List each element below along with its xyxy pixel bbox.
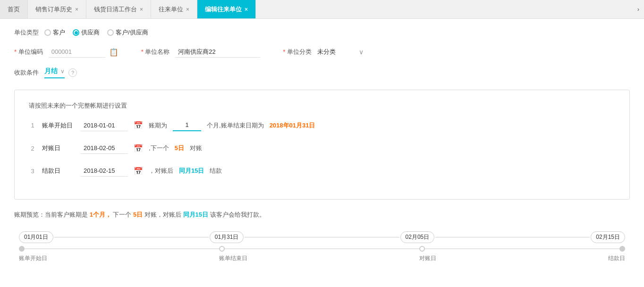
timeline-date-4: 02月15日 xyxy=(591,231,625,243)
main-content: 单位类型 客户 供应商 客户/供应商 单位编码 📋 单位名称 xyxy=(0,19,644,287)
unit-category-chevron[interactable]: ∨ xyxy=(359,48,364,56)
radio-customer[interactable]: 客户 xyxy=(44,28,65,37)
start-date-calendar-icon[interactable]: 📅 xyxy=(134,121,143,130)
period-input[interactable] xyxy=(173,119,201,131)
row-label-3: 结款日 xyxy=(42,167,75,175)
unit-name-label: 单位名称 xyxy=(141,48,170,56)
tab-sales-history[interactable]: 销售订单历史 × xyxy=(28,0,86,18)
timeline-item-1: 01月01日 xyxy=(19,231,53,243)
tab-edit-partner-close[interactable]: × xyxy=(245,6,248,13)
chevron-right-icon: › xyxy=(637,6,639,13)
period-suffix-label: 账期为 xyxy=(149,121,167,130)
tab-cash-work-label: 钱货日清工作台 xyxy=(94,5,137,14)
timeline-label-1: 账单开始日 xyxy=(19,254,47,262)
timeline-dot-1 xyxy=(19,246,25,252)
unit-type-label: 单位类型 xyxy=(14,28,39,37)
radio-supplier-circle xyxy=(73,29,79,36)
reconcile-highlight1: 5日 xyxy=(175,144,184,152)
payment-date-input[interactable] xyxy=(81,165,128,177)
reconcile-suffix: 对账 xyxy=(190,144,202,152)
reconcile-prefix: ,下一个 xyxy=(149,144,169,152)
unit-category-label: 单位分类 xyxy=(283,48,312,56)
radio-both[interactable]: 客户/供应商 xyxy=(107,28,148,37)
unit-code-input[interactable] xyxy=(49,46,105,58)
tab-sales-history-label: 销售订单历史 xyxy=(35,5,72,14)
timeline-date-3: 02月05日 xyxy=(400,231,435,243)
tab-partner-label: 往来单位 xyxy=(159,5,183,14)
payment-prefix: ，对账后 xyxy=(149,167,173,175)
tab-cash-work[interactable]: 钱货日清工作台 × xyxy=(86,0,151,18)
preview-highlight2: 5日 xyxy=(133,211,143,218)
radio-supplier[interactable]: 供应商 xyxy=(73,28,100,37)
timeline-item-3: 02月05日 xyxy=(400,231,435,243)
preview-section: 账期预览：当前客户账期是 1个月， 下一个 5日 对账，对账后 同月15日 该客… xyxy=(14,209,630,220)
timeline-label-4: 结款日 xyxy=(608,254,625,262)
tab-partner[interactable]: 往来单位 × xyxy=(151,0,197,18)
reconcile-date-input[interactable] xyxy=(81,143,128,154)
radio-both-circle xyxy=(107,29,114,36)
tab-edit-partner-label: 编辑往来单位 xyxy=(205,5,242,14)
setting-row-2: 2 对账日 📅 ,下一个 5日 对账 xyxy=(29,143,615,154)
row-num-2: 2 xyxy=(29,145,36,152)
timeline-date-1: 01月01日 xyxy=(19,231,53,243)
preview-highlight1: 1个月， xyxy=(90,211,111,218)
calendar-icon[interactable]: 📋 xyxy=(109,48,119,57)
tab-partner-close[interactable]: × xyxy=(186,6,189,13)
timeline-item-2: 01月31日 xyxy=(210,231,244,243)
row-num-1: 1 xyxy=(29,122,36,129)
unit-name-input[interactable] xyxy=(175,46,260,58)
radio-group-unit-type: 客户 供应商 客户/供应商 xyxy=(44,28,148,37)
radio-customer-label: 客户 xyxy=(53,28,65,37)
timeline-dot-3 xyxy=(419,246,425,252)
period-unit-label: 个月,账单结束日期为 xyxy=(207,121,264,130)
payment-condition-label: 收款条件 xyxy=(14,68,39,77)
payment-chevron-icon: ∨ xyxy=(60,68,65,75)
period-end-date: 2018年01月31日 xyxy=(270,121,315,130)
tab-home[interactable]: 首页 xyxy=(0,0,28,18)
unit-name-group: 单位名称 xyxy=(141,46,261,58)
radio-supplier-label: 供应商 xyxy=(81,28,100,37)
tab-bar: 首页 销售订单历史 × 钱货日清工作台 × 往来单位 × 编辑往来单位 × › xyxy=(0,0,644,19)
setting-row-1: 1 账单开始日 📅 账期为 个月,账单结束日期为 2018年01月31日 xyxy=(29,119,615,131)
timeline-line-2 xyxy=(245,237,399,237)
reconcile-date-calendar-icon[interactable]: 📅 xyxy=(134,144,143,153)
unit-code-group: 单位编码 📋 xyxy=(14,46,119,58)
timeline-item-4: 02月15日 xyxy=(591,231,625,243)
radio-both-label: 客户/供应商 xyxy=(116,28,148,37)
preview-mid2: 对账，对账后 xyxy=(144,211,181,218)
timeline-label-3: 对账日 xyxy=(419,254,436,262)
tab-edit-partner[interactable]: 编辑往来单位 × xyxy=(197,0,256,18)
preview-mid1: 下一个 xyxy=(113,211,131,218)
preview-highlight3: 同月15日 xyxy=(183,211,208,218)
settings-box: 请按照未来的一个完整帐期进行设置 1 账单开始日 📅 账期为 个月,账单结束日期… xyxy=(14,90,630,200)
tab-more-button[interactable]: › xyxy=(633,0,644,18)
timeline-dot-2 xyxy=(219,246,225,252)
start-date-input[interactable] xyxy=(81,120,128,131)
payment-date-calendar-icon[interactable]: 📅 xyxy=(134,167,143,176)
timeline-labels-row: 账单开始日 账单结束日 对账日 结款日 xyxy=(19,254,625,262)
tab-home-label: 首页 xyxy=(8,5,20,14)
unit-fields-row: 单位编码 📋 单位名称 单位分类 未分类 ∨ xyxy=(14,46,630,58)
timeline-date-2: 01月31日 xyxy=(210,231,244,243)
timeline-dot-4 xyxy=(619,246,625,252)
timeline-line-1 xyxy=(54,237,209,237)
help-icon[interactable]: ? xyxy=(68,68,77,77)
timeline-dates-row: 01月01日 01月31日 02月05日 02月15日 xyxy=(19,231,625,243)
row-label-1: 账单开始日 xyxy=(42,121,75,130)
tab-sales-history-close[interactable]: × xyxy=(75,6,78,13)
unit-category-group: 单位分类 未分类 ∨ xyxy=(283,48,364,56)
timeline-container: 01月01日 01月31日 02月05日 02月15日 xyxy=(14,231,630,262)
settings-title: 请按照未来的一个完整帐期进行设置 xyxy=(29,101,615,110)
radio-customer-circle xyxy=(44,29,51,36)
payment-suffix: 结款 xyxy=(210,167,222,175)
timeline: 01月01日 01月31日 02月05日 02月15日 xyxy=(19,231,625,262)
payment-highlight2: 同月15日 xyxy=(179,167,204,175)
timeline-dots-row xyxy=(19,246,625,252)
payment-condition-row: 收款条件 月结 ∨ ? xyxy=(14,67,630,78)
timeline-label-2: 账单结束日 xyxy=(219,254,247,262)
tab-cash-work-close[interactable]: × xyxy=(140,6,143,13)
payment-condition-select[interactable]: 月结 ∨ xyxy=(44,67,65,78)
unit-category-value: 未分类 xyxy=(317,48,355,56)
timeline-line-3 xyxy=(435,237,590,237)
preview-suffix: 该客户会给我打款。 xyxy=(210,211,265,218)
